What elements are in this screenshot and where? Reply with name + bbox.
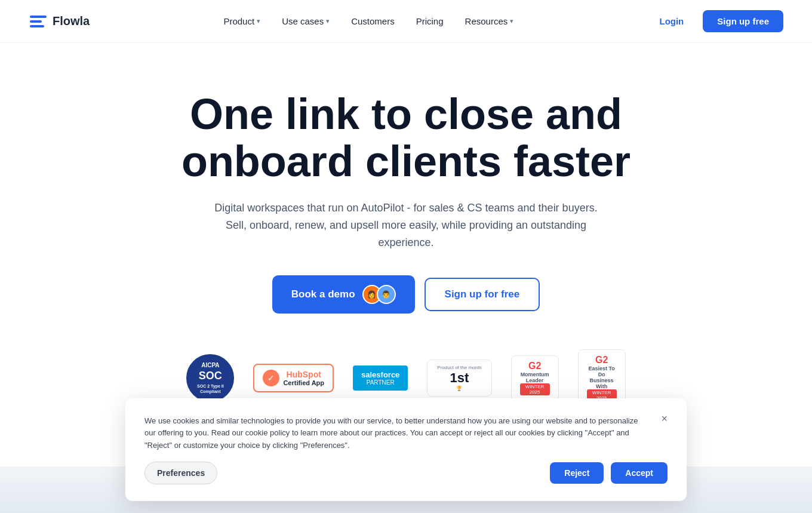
login-button[interactable]: Login bbox=[647, 11, 696, 31]
nav-item-customers[interactable]: Customers bbox=[343, 11, 403, 31]
reject-button[interactable]: Reject bbox=[550, 462, 604, 484]
navbar: Flowla Product ▾ Use cases ▾ Customers P… bbox=[0, 0, 812, 43]
nav-item-product[interactable]: Product ▾ bbox=[215, 11, 269, 31]
nav-links: Product ▾ Use cases ▾ Customers Pricing … bbox=[215, 11, 522, 31]
hero-cta-group: Book a demo 👩 👨 Sign up for free bbox=[29, 275, 783, 314]
chevron-down-icon: ▾ bbox=[257, 17, 260, 25]
book-demo-button[interactable]: Book a demo 👩 👨 bbox=[272, 275, 415, 314]
nav-item-resources[interactable]: Resources ▾ bbox=[457, 11, 522, 31]
cookie-banner: We use cookies and similar technologies … bbox=[125, 398, 687, 501]
logo-icon bbox=[29, 12, 48, 31]
accept-button[interactable]: Accept bbox=[611, 462, 668, 484]
brand-logo[interactable]: Flowla bbox=[29, 12, 90, 31]
cookie-header: We use cookies and similar technologies … bbox=[144, 415, 668, 452]
nav-item-use-cases[interactable]: Use cases ▾ bbox=[273, 11, 338, 31]
nav-actions: Login Sign up free bbox=[647, 10, 783, 32]
cookie-text: We use cookies and similar technologies … bbox=[144, 415, 661, 452]
hero-title: One link to close and onboard clients fa… bbox=[137, 91, 675, 185]
nav-item-pricing[interactable]: Pricing bbox=[408, 11, 452, 31]
avatar-2: 👨 bbox=[377, 285, 396, 304]
chevron-down-icon: ▾ bbox=[510, 17, 513, 25]
preferences-button[interactable]: Preferences bbox=[144, 462, 217, 484]
cookie-actions: Preferences Reject Accept bbox=[144, 462, 668, 484]
chevron-down-icon: ▾ bbox=[326, 17, 330, 25]
svg-rect-1 bbox=[30, 20, 42, 23]
brand-name: Flowla bbox=[53, 14, 90, 28]
signup-free-button[interactable]: Sign up for free bbox=[425, 278, 540, 311]
demo-avatars: 👩 👨 bbox=[362, 285, 396, 304]
cookie-overlay: We use cookies and similar technologies … bbox=[0, 386, 812, 513]
cookie-close-button[interactable]: × bbox=[661, 413, 668, 425]
signup-button[interactable]: Sign up free bbox=[703, 10, 783, 32]
hero-subtitle: Digital workspaces that run on AutoPilot… bbox=[203, 199, 609, 251]
svg-rect-2 bbox=[30, 25, 44, 27]
svg-rect-0 bbox=[30, 16, 47, 18]
